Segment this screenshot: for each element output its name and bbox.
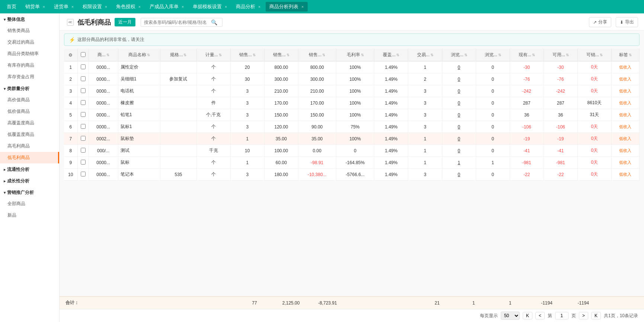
col-settings[interactable]: ⚙: [64, 49, 77, 61]
sidebar-item-category-sales-rate[interactable]: 商品分类助销率: [0, 48, 59, 60]
row-checkbox-input[interactable]: [81, 112, 86, 117]
sidebar-item-traded-goods[interactable]: 交易过的商品: [0, 36, 59, 48]
close-icon[interactable]: ×: [182, 4, 184, 9]
row-checkbox[interactable]: [77, 109, 89, 121]
nav-purchase-order[interactable]: 进货单 ×: [50, 2, 77, 12]
close-icon[interactable]: ×: [225, 4, 227, 9]
sidebar-item-all-goods[interactable]: 全部商品: [0, 198, 59, 210]
row-view1[interactable]: 0: [442, 169, 476, 181]
total-empty3: [163, 300, 199, 306]
select-all-checkbox[interactable]: [81, 52, 86, 57]
last-page-button[interactable]: K: [591, 312, 601, 319]
sidebar-group-overall[interactable]: ▾ 整体信息: [0, 13, 59, 25]
row-checkbox-input[interactable]: [81, 160, 86, 165]
row-stock: -19: [510, 133, 544, 145]
row-spec: 535: [160, 169, 196, 181]
col-saleable: 可销...⇅: [577, 49, 611, 61]
total-records-label: 共1页，10条记录: [604, 313, 638, 319]
row-view1[interactable]: 0: [442, 97, 476, 109]
row-checkbox[interactable]: [77, 157, 89, 169]
sidebar-item-sales-goods[interactable]: 销售类商品: [0, 25, 59, 36]
row-name: 笔记本: [118, 169, 160, 181]
close-icon[interactable]: ×: [43, 4, 45, 9]
row-checkbox[interactable]: [77, 133, 89, 145]
close-icon[interactable]: ×: [105, 4, 107, 9]
nav-permission-settings[interactable]: 权限设置 ×: [79, 2, 111, 12]
row-checkbox-input[interactable]: [81, 172, 86, 176]
row-view1[interactable]: 1: [442, 157, 476, 169]
nav-product-analysis[interactable]: 商品分析 ×: [232, 2, 264, 12]
row-spec: [160, 157, 196, 169]
page-number-input[interactable]: [555, 312, 568, 319]
row-no: 6: [64, 121, 77, 133]
row-view1[interactable]: 0: [442, 109, 476, 121]
sidebar-item-stock-capital[interactable]: 库存资金占用: [0, 71, 59, 83]
sidebar-item-in-stock-goods[interactable]: 有库存的商品: [0, 60, 59, 71]
table-row: 8 000/... 测试 千克 10 100.00 0.00 0 1.49% 1…: [64, 145, 640, 157]
row-checkbox-input[interactable]: [81, 64, 86, 69]
nav-product-entry[interactable]: 产成品入库单 ×: [146, 2, 188, 12]
sidebar-item-low-profit[interactable]: 低毛利商品: [0, 152, 59, 163]
row-code: 0002...: [89, 133, 118, 145]
nav-sales-order[interactable]: 销货单 ×: [22, 2, 49, 12]
sidebar-item-low-coverage[interactable]: 低覆盖度商品: [0, 129, 59, 140]
close-icon[interactable]: ×: [301, 4, 304, 9]
close-icon[interactable]: ×: [138, 4, 141, 9]
row-view2: 0: [476, 169, 510, 181]
row-checkbox[interactable]: [77, 145, 89, 157]
filter-recent-month-button[interactable]: 近一月: [115, 18, 135, 26]
sidebar-group-marketing[interactable]: ▾ 营销推广分析: [0, 186, 59, 198]
row-checkbox-input[interactable]: [81, 148, 86, 153]
sidebar-item-low-value[interactable]: 低价值商品: [0, 106, 59, 117]
row-view2: 0: [476, 109, 510, 121]
row-code: 0000...: [89, 121, 118, 133]
row-sale2: 35.00: [264, 133, 298, 145]
nav-home[interactable]: 首页: [3, 2, 20, 12]
sidebar-item-high-value[interactable]: 高价值商品: [0, 94, 59, 106]
total-saleable: [602, 300, 638, 306]
col-gross: 毛利率⇅: [336, 49, 374, 61]
sidebar-group-growth[interactable]: ▸ 成长性分析: [0, 175, 59, 186]
share-button[interactable]: ↗ 分享: [589, 17, 611, 27]
row-view1[interactable]: 0: [442, 61, 476, 73]
nav-product-analysis-list[interactable]: 商品分析列表 ×: [266, 2, 307, 12]
row-checkbox[interactable]: [77, 97, 89, 109]
row-view1[interactable]: 0: [442, 145, 476, 157]
search-input[interactable]: [144, 20, 211, 25]
prev-page-button[interactable]: <: [535, 312, 545, 319]
col-checkbox[interactable]: [77, 49, 89, 61]
sidebar-group-category-analysis[interactable]: ▾ 类群量分析: [0, 83, 59, 94]
row-checkbox-input[interactable]: [81, 100, 86, 105]
row-no: 8: [64, 145, 77, 157]
row-view1[interactable]: 0: [442, 133, 476, 145]
first-page-button[interactable]: K: [523, 312, 532, 319]
row-view1[interactable]: 0: [442, 121, 476, 133]
col-tag: 标签⇅: [611, 49, 639, 61]
per-page-select[interactable]: 50 100 200: [501, 312, 520, 320]
row-unit: 个: [196, 85, 230, 97]
nav-template-settings[interactable]: 单据模板设置 ×: [189, 2, 231, 12]
sidebar-item-new-goods[interactable]: 新品: [0, 210, 59, 221]
next-page-button[interactable]: >: [579, 312, 588, 319]
row-checkbox-input[interactable]: [81, 88, 86, 93]
sidebar-group-circulation[interactable]: ▸ 流通性分析: [0, 163, 59, 175]
export-button[interactable]: ⬇ 导出: [616, 17, 638, 27]
row-checkbox[interactable]: [77, 169, 89, 181]
row-checkbox[interactable]: [77, 73, 89, 85]
sidebar-collapse-icon[interactable]: ≪: [67, 19, 74, 26]
row-view1[interactable]: 0: [442, 85, 476, 97]
row-checkbox-input[interactable]: [81, 124, 86, 129]
close-icon[interactable]: ×: [258, 4, 260, 9]
row-no: 10: [64, 169, 77, 181]
close-icon[interactable]: ×: [71, 4, 74, 9]
sidebar-item-high-profit[interactable]: 高毛利商品: [0, 140, 59, 152]
row-checkbox[interactable]: [77, 85, 89, 97]
search-icon[interactable]: 🔍: [211, 19, 217, 25]
nav-role-auth[interactable]: 角色授权 ×: [112, 2, 144, 12]
sidebar-item-high-coverage[interactable]: 高覆盖度商品: [0, 117, 59, 129]
row-checkbox-input[interactable]: [81, 76, 86, 81]
row-checkbox-input[interactable]: [81, 136, 86, 141]
row-checkbox[interactable]: [77, 61, 89, 73]
row-view1[interactable]: 0: [442, 73, 476, 85]
row-checkbox[interactable]: [77, 121, 89, 133]
